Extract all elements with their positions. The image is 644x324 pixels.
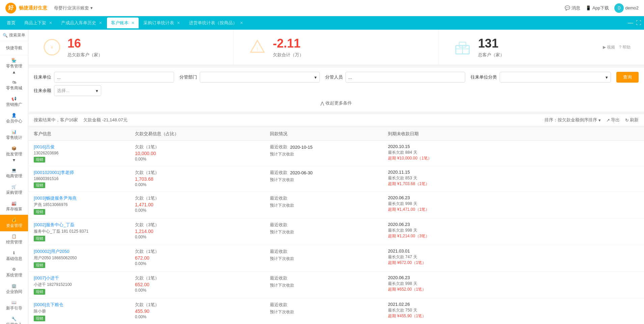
search-button[interactable]: 查询 <box>616 72 639 83</box>
customer-cell-0: [0016]吕俊 13026203696 现销 <box>34 144 135 163</box>
debt-cell-3: 欠款（3笔） 1,214.00 0.00% <box>135 222 270 239</box>
avatar: D <box>614 3 624 13</box>
debt-amount-4[interactable]: 672.00 <box>135 255 270 261</box>
overdue-amount-6[interactable]: 超期 ¥455.90（1笔） <box>388 313 639 319</box>
debt-count-0: 欠款（1笔） <box>135 144 270 150</box>
sidebar-item-retail-mall[interactable]: 🛍 零售商城 <box>0 77 28 94</box>
collapse-button[interactable]: ⋀ 收起更多条件 <box>34 99 639 108</box>
customer-name-4[interactable]: [000002]用户2050 <box>34 248 135 255</box>
customer-tag-6: 现销 <box>34 316 45 321</box>
debt-amount-2[interactable]: 1,471.00 <box>135 202 270 207</box>
stat-card-debt-customers: ¥ 16 总欠款客户（家） <box>28 30 234 65</box>
overdue-amount-5[interactable]: 超期 ¥652.00（1笔） <box>388 287 639 292</box>
customer-name-6[interactable]: [0006]去下粮仓 <box>34 302 135 308</box>
customer-name-3[interactable]: [0002]服务中心_丁磊 <box>34 222 135 228</box>
sidebar-item-retail-stats[interactable]: 📊 零售统计 <box>0 127 28 143</box>
search-menu[interactable]: 🔍 搜索菜单 <box>0 30 28 41</box>
dept-select[interactable]: ▾ <box>200 72 320 83</box>
minimize-icon[interactable]: — <box>628 20 633 26</box>
sidebar-item-quick-nav[interactable]: 快捷导航 <box>0 42 28 54</box>
help-icon: ? <box>619 45 621 50</box>
balance-select[interactable]: 选择... ▾ <box>54 85 101 96</box>
customer-name-2[interactable]: [0003]畅捷服务尹海燕 <box>34 195 135 201</box>
sidebar: 🔍 搜索菜单 快捷导航 🏪 零售管理 ▲ 🛍 零售商城 📢 营销推广 👤 会员中… <box>0 30 28 324</box>
content-area: ¥ 16 总欠款客户（家） ! -2.11 欠款合计（万） <box>28 30 644 324</box>
sidebar-item-ecommerce[interactable]: 💻 电商管理 <box>0 165 28 182</box>
customer-cell-2: [0003]畅捷服务尹海燕 尹燕 18513066976 现销 <box>34 195 135 215</box>
customer-name-0[interactable]: [0016]吕俊 <box>34 144 135 150</box>
sidebar-item-finance[interactable]: 💰 资金管理 <box>0 215 28 231</box>
tab-close-icon[interactable]: ✕ <box>131 21 135 25</box>
customer-name-5[interactable]: [0007]小进千 <box>34 275 135 281</box>
col-debt-info: 欠款交易信息（占比） <box>135 131 270 137</box>
refresh-button[interactable]: ↻ 刷新 <box>625 117 639 123</box>
stats-row: ¥ 16 总欠款客户（家） ! -2.11 欠款合计（万） <box>28 30 644 65</box>
customer-name-1[interactable]: [0001020001]李老师 <box>34 170 135 176</box>
tab-purchase-stats[interactable]: 采购订单统计表 ✕ <box>139 18 184 28</box>
sidebar-item-system[interactable]: ⚙ 系统管理 <box>0 264 28 281</box>
collapse-icon: ⋀ <box>320 101 324 106</box>
debt-amount-3[interactable]: 1,214.00 <box>135 229 270 234</box>
tab-close-icon[interactable]: ✕ <box>177 21 180 25</box>
debt-cell-4: 欠款（1笔） 672.00 0.00% <box>135 248 270 266</box>
sidebar-item-member[interactable]: 👤 会员中心 <box>0 110 28 127</box>
sidebar-item-wholesale[interactable]: 📦 批发管理 ▼ <box>0 143 28 165</box>
unit-category-select[interactable]: ▾ <box>500 72 611 83</box>
sidebar-item-enterprise[interactable]: 🏢 企业协同 <box>0 281 28 297</box>
tab-purchase-product-stats[interactable]: 进货单统计表（按商品） ✕ <box>185 18 247 28</box>
overdue-amount-2[interactable]: 超期 ¥1,471.00（1笔） <box>388 207 639 212</box>
tab-customer-account[interactable]: 客户账本 ✕ <box>107 18 139 28</box>
overdue-cell-0: 2020.10.15 最长欠款 884 天 超期 ¥10,000.00（1笔） <box>388 144 639 161</box>
message-icon: 💬 <box>565 5 570 10</box>
tab-close-icon[interactable]: ✕ <box>99 21 102 25</box>
debt-amount-5[interactable]: 652.00 <box>135 282 270 287</box>
sidebar-item-marketing[interactable]: 📢 营销推广 <box>0 94 28 110</box>
debt-cell-0: 欠款（1笔） 10,000.00 0.00% <box>135 144 270 161</box>
tab-close-icon[interactable]: ✕ <box>49 21 52 25</box>
filter-row-2: 往来余额 选择... ▾ <box>34 85 639 96</box>
stat-debt-amount-value: -2.11 <box>273 36 304 51</box>
sidebar-item-management[interactable]: 📋 经营管理 <box>0 231 28 248</box>
sidebar-item-purchase[interactable]: 🛒 采购管理 <box>0 182 28 198</box>
debt-amount-6[interactable]: 455.90 <box>135 308 270 314</box>
sidebar-item-guide[interactable]: 📖 新手引导 <box>0 297 28 314</box>
customer-tag-0: 现销 <box>34 157 45 163</box>
overdue-amount-1[interactable]: 超期 ¥1,703.68（1笔） <box>388 181 639 187</box>
sidebar-item-app-center[interactable]: 🔧 应用中心 <box>0 314 28 324</box>
tab-home[interactable]: 首页 <box>3 18 20 28</box>
help-button[interactable]: ? 帮助 <box>619 45 631 50</box>
message-button[interactable]: 💬 消息 <box>565 5 580 11</box>
sidebar-item-retail-mgmt[interactable]: 🏪 零售管理 ▲ <box>0 55 28 77</box>
table-row: [0006]去下粮仓 陈小册 现销 欠款（1笔） 455.90 0.00% 最近… <box>28 298 644 324</box>
overdue-cell-3: 2020.06.23 最长欠款 998 天 超期 ¥1,214.00（3笔） <box>388 222 639 239</box>
sidebar-item-inventory[interactable]: 🏭 库存核算 <box>0 198 28 215</box>
overdue-amount-3[interactable]: 超期 ¥1,214.00（3笔） <box>388 233 639 239</box>
logo-text: 畅捷通好生意 <box>19 5 47 11</box>
person-input[interactable]: ... <box>345 72 466 83</box>
inventory-icon: 🏭 <box>11 201 17 206</box>
finance-icon: 💰 <box>11 217 17 222</box>
tab-product-listing[interactable]: 商品上下架 ✕ <box>20 18 56 28</box>
svg-text:¥: ¥ <box>50 45 53 50</box>
chevron-icon: ▲ <box>12 70 16 75</box>
tab-product-history[interactable]: 产成品入库单历史 ✕ <box>57 18 106 28</box>
user-menu[interactable]: D demo2 <box>614 3 639 13</box>
search-result-text: 搜索结果中，客户16家 <box>34 117 78 122</box>
sidebar-item-basic-info[interactable]: ℹ 基础信息 <box>0 248 28 264</box>
system-icon: ⚙ <box>12 267 16 272</box>
tab-close-icon[interactable]: ✕ <box>240 21 243 25</box>
sort-select[interactable]: 排序：按欠款金额倒序排序 ▾ <box>544 117 601 123</box>
search-icon: 🔍 <box>3 33 8 38</box>
debt-amount-1[interactable]: 1,703.68 <box>135 176 270 182</box>
debt-amount-0[interactable]: 10,000.00 <box>135 151 270 156</box>
stat-debt-customers-value-area: 16 总欠款客户（家） <box>67 36 103 58</box>
username: demo2 <box>625 5 639 10</box>
app-download-button[interactable]: 📱 App下载 <box>586 5 609 11</box>
from-unit-input[interactable]: ... <box>54 72 174 83</box>
video-button[interactable]: ▶ 视频 <box>603 45 615 50</box>
company-selector[interactable]: 母婴行业演示账套 ▾ <box>51 4 95 12</box>
export-button[interactable]: ↗ 导出 <box>606 117 620 123</box>
overdue-amount-4[interactable]: 超期 ¥672.00（1笔） <box>388 260 639 266</box>
maximize-icon[interactable]: ⛶ <box>636 20 641 26</box>
overdue-amount-0[interactable]: 超期 ¥10,000.00（1笔） <box>388 155 639 161</box>
